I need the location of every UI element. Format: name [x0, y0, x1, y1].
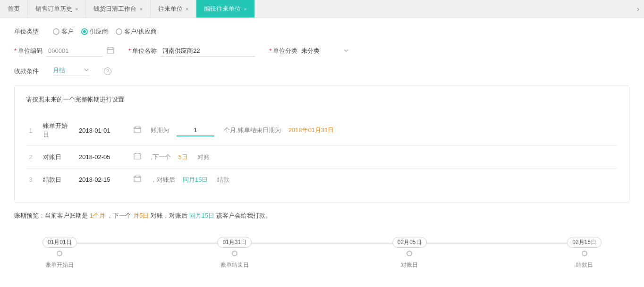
period-date-2: 2018-02-05: [79, 153, 126, 160]
timeline-point-label-0: 账单开始日: [45, 261, 74, 269]
period-desc-3: ，对账后: [151, 176, 175, 184]
tab-partners[interactable]: 往来单位 ×: [151, 0, 196, 17]
period-row-1: 1 账单开始日 2018-01-01 账期为 个月,账单结束日期为 2018年0…: [26, 115, 618, 146]
period-highlight-3: 同月15日: [183, 176, 208, 184]
period-index-1: 1: [26, 127, 35, 134]
period-type-label-1: 账单开始日: [43, 122, 71, 139]
preview-text: 账期预览：当前客户账期是 1个月 ，下一个 月5日 对账，对账后 同月15日 该…: [14, 210, 630, 221]
period-type-label-2: 对账日: [43, 153, 71, 161]
unit-code-label: *单位编码: [14, 47, 42, 55]
timeline-dot-3: [582, 251, 587, 256]
radio-customer-supplier[interactable]: 客户/供应商: [116, 27, 157, 36]
payment-condition-row: 收款条件 月结 ?: [14, 66, 630, 76]
radio-both-label: 客户/供应商: [124, 27, 157, 36]
preview-text-3: 对账，对账后: [151, 212, 187, 219]
tab-edit-partner[interactable]: 编辑往来单位 ×: [196, 0, 254, 17]
unit-code-group: *单位编码: [14, 45, 114, 57]
close-icon[interactable]: ×: [139, 6, 142, 12]
unit-type-radio-group: 客户 供应商 客户/供应商: [53, 27, 157, 36]
close-icon[interactable]: ×: [244, 6, 246, 12]
unit-category-value: 未分类: [301, 47, 339, 55]
timeline-point-2: 02月05日 对账日: [392, 237, 427, 269]
period-row-3: 3 结款日 2018-02-15 ，对账后 同月15日 结款: [26, 169, 618, 191]
period-rows: 1 账单开始日 2018-01-01 账期为 个月,账单结束日期为 2018年0…: [26, 115, 618, 191]
radio-circle-both: [116, 28, 122, 35]
period-suffix-3: 结款: [217, 176, 229, 184]
help-icon[interactable]: ?: [104, 68, 111, 75]
period-type-label-3: 结款日: [43, 176, 71, 184]
calendar-icon-2[interactable]: [134, 152, 141, 161]
svg-rect-8: [134, 153, 141, 159]
period-desc-2: ,下一个: [151, 153, 171, 161]
tab-home[interactable]: 首页: [0, 0, 28, 17]
unit-code-input[interactable]: [46, 45, 103, 57]
period-desc-prefix-1: 账期为: [151, 126, 169, 135]
required-star-code: *: [14, 47, 17, 54]
tab-sales-label: 销售订单历史: [35, 5, 72, 13]
radio-supplier-label: 供应商: [90, 27, 108, 36]
tab-edit-partner-label: 编辑往来单位: [204, 5, 241, 13]
required-star-category: *: [269, 47, 271, 54]
code-name-category-row: *单位编码 *单位名称 *单位分类 未分类: [14, 45, 630, 57]
tabs-bar: 首页 销售订单历史 × 钱货日清工作台 × 往来单位 × 编辑往来单位 × ›: [0, 0, 644, 18]
radio-customer-label: 客户: [61, 27, 74, 36]
timeline-badge-1: 01月31日: [217, 237, 252, 248]
unit-type-label: 单位类型: [14, 27, 39, 36]
preview-text-4: 该客户会给我打款。: [216, 212, 271, 219]
required-star-name: *: [128, 47, 131, 54]
timeline-badge-3: 02月15日: [567, 237, 602, 248]
category-dropdown-icon[interactable]: [343, 47, 349, 55]
preview-highlight-1: 1个月: [90, 212, 105, 219]
unit-name-input[interactable]: [161, 45, 255, 57]
timeline-point-label-3: 结款日: [576, 261, 593, 269]
close-icon[interactable]: ×: [186, 6, 188, 12]
timeline-point-3: 02月15日 结款日: [567, 237, 602, 269]
payment-condition-value: 月结: [53, 66, 81, 75]
timeline-point-label-1: 账单结束日: [220, 261, 249, 269]
payment-condition-select[interactable]: 月结: [53, 66, 90, 76]
timeline-point-label-2: 对账日: [401, 261, 418, 269]
payment-dropdown-icon[interactable]: [83, 67, 90, 75]
tab-cash-label: 钱货日清工作台: [93, 5, 136, 13]
radio-circle-customer: [53, 28, 59, 35]
timeline-badge-2: 02月05日: [392, 237, 427, 248]
period-date-1: 2018-01-01: [79, 127, 126, 134]
unit-name-group: *单位名称: [128, 45, 255, 57]
calendar-icon-1[interactable]: [134, 126, 141, 135]
payment-condition-label: 收款条件: [14, 67, 39, 76]
radio-supplier[interactable]: 供应商: [81, 27, 108, 36]
timeline-dot-1: [232, 251, 237, 256]
radio-customer[interactable]: 客户: [53, 27, 74, 36]
svg-rect-12: [134, 176, 141, 182]
period-row-2: 2 对账日 2018-02-05 ,下一个 5日 对账: [26, 146, 618, 169]
period-index-3: 3: [26, 176, 35, 183]
period-highlight-date-1: 2018年01月31日: [288, 126, 334, 135]
page-content: 单位类型 客户 供应商 客户/供应商 *单位编码: [0, 18, 644, 287]
help-text: ?: [106, 68, 109, 74]
period-card: 请按照未来的一个完整帐期进行设置 1 账单开始日 2018-01-01 账期为 …: [14, 85, 630, 203]
period-index-2: 2: [26, 153, 35, 160]
preview-highlight-2: 月5日: [133, 212, 149, 219]
period-unit-1: 个月,账单结束日期为: [224, 126, 281, 135]
tab-sales-order-history[interactable]: 销售订单历史 ×: [28, 0, 86, 17]
document-icon[interactable]: [107, 47, 114, 56]
tab-home-label: 首页: [8, 5, 20, 13]
svg-rect-0: [107, 48, 114, 53]
period-value-input[interactable]: [177, 125, 214, 136]
timeline-dot-2: [407, 251, 412, 256]
tab-partners-label: 往来单位: [158, 5, 183, 13]
preview-section: 账期预览：当前客户账期是 1个月 ，下一个 月5日 对账，对账后 同月15日 该…: [14, 210, 630, 279]
preview-text-2: ，下一个: [107, 212, 131, 219]
timeline-badge-0: 01月01日: [42, 237, 77, 248]
unit-type-row: 单位类型 客户 供应商 客户/供应商: [14, 27, 630, 36]
tab-cash-work[interactable]: 钱货日清工作台 ×: [86, 0, 150, 17]
preview-label: 账期预览：当前客户账期是: [14, 212, 88, 219]
close-icon[interactable]: ×: [75, 6, 78, 12]
calendar-icon-3[interactable]: [134, 175, 141, 184]
tab-more-button[interactable]: ›: [632, 0, 644, 17]
timeline-wrapper: 01月01日 账单开始日 01月31日 账单结束日 02月05日 对账日 02月…: [14, 232, 630, 274]
period-highlight-2: 5日: [178, 153, 188, 161]
unit-name-label: *单位名称: [128, 47, 157, 55]
svg-rect-4: [134, 127, 141, 133]
preview-highlight-3: 同月15日: [189, 212, 214, 219]
